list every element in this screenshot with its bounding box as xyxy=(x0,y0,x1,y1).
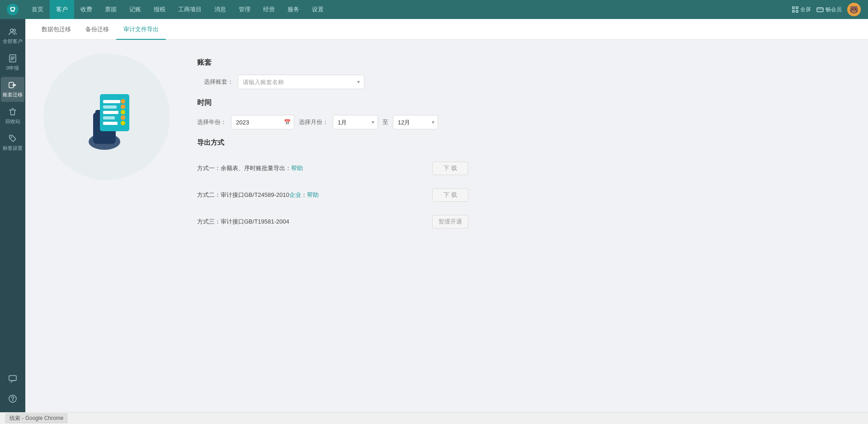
illustration-svg xyxy=(61,71,152,162)
svg-rect-4 xyxy=(793,10,794,12)
nav-accounting[interactable]: 记账 xyxy=(123,0,147,19)
sidebar-help-btn[interactable] xyxy=(1,391,24,407)
export-method-2-text: 方式二：审计接口GB/T24589-2010 xyxy=(197,191,289,198)
end-month-select[interactable]: 1月 2月 3月 4月 5月 6月 7月 8月 9月 10月 11月 xyxy=(393,115,438,129)
account-select-label: 选择账套： xyxy=(197,78,233,86)
fullscreen-label: 全屏 xyxy=(800,6,811,14)
sidebar-label-migration: 账套迁移 xyxy=(3,91,23,98)
svg-rect-3 xyxy=(796,7,798,9)
time-section-title: 时间 xyxy=(197,98,468,108)
sidebar-item-zero-declare[interactable]: 0申报 xyxy=(1,50,24,75)
month-label: 选择月份： xyxy=(299,118,328,126)
svg-point-30 xyxy=(121,121,125,125)
sidebar-item-account-migration[interactable]: 账套迁移 xyxy=(1,77,24,102)
svg-rect-24 xyxy=(103,116,115,119)
logo[interactable] xyxy=(5,1,21,18)
nav-operation[interactable]: 经营 xyxy=(257,0,281,19)
svg-point-7 xyxy=(10,29,13,32)
sidebar-item-tags[interactable]: 标签设置 xyxy=(1,130,24,155)
sidebar: 全部客户 0申报 账套迁移 回收站 xyxy=(0,19,25,412)
nav-right: 全屏 畅会员 🐻 xyxy=(792,3,868,16)
start-month-select[interactable]: 1月 2月 3月 4月 5月 6月 7月 8月 9月 10月 11月 xyxy=(333,115,378,129)
svg-point-1 xyxy=(11,8,14,10)
form-area: 账套 选择账套： 请输入账套名称 时间 选择年份： xyxy=(197,53,468,235)
svg-point-26 xyxy=(121,99,125,104)
vip-label: 畅会员 xyxy=(826,6,842,14)
export-method-1-help-link[interactable]: 帮助 xyxy=(291,165,303,172)
tab-backup-migration[interactable]: 备份迁移 xyxy=(78,20,116,40)
export-method-3-coming-btn: 暂缓开通 xyxy=(432,215,468,229)
nav-items: 首页 客户 收费 票据 记账 报税 工商项目 消息 管理 经营 服务 设置 xyxy=(25,0,792,19)
to-text: 至 xyxy=(382,118,388,126)
user-avatar[interactable]: 🐻 xyxy=(847,3,861,16)
svg-rect-25 xyxy=(103,122,118,125)
illustration-circle xyxy=(43,53,170,180)
export-method-1-text: 方式一：余额表、序时账批量导出： xyxy=(197,165,291,172)
tabs-bar: 数据包迁移 备份迁移 审计文件导出 xyxy=(25,19,868,40)
year-input-wrapper xyxy=(231,115,294,129)
nav-message[interactable]: 消息 xyxy=(208,0,232,19)
nav-billing[interactable]: 收费 xyxy=(74,0,99,19)
sidebar-label-zero-declare: 0申报 xyxy=(6,65,19,71)
nav-invoice[interactable]: 票据 xyxy=(99,0,123,19)
svg-point-27 xyxy=(121,105,125,109)
account-select-wrapper: 请输入账套名称 xyxy=(238,75,364,89)
export-method-1-download-btn[interactable]: 下 载 xyxy=(432,162,468,175)
nav-tax[interactable]: 报税 xyxy=(147,0,172,19)
svg-rect-12 xyxy=(9,376,16,381)
svg-rect-23 xyxy=(103,111,118,114)
nav-business[interactable]: 工商项目 xyxy=(172,0,208,19)
status-bar-label: 线索 - Google Chrome xyxy=(5,414,67,423)
page-content: 账套 选择账套： 请输入账套名称 时间 选择年份： xyxy=(25,40,868,412)
svg-point-11 xyxy=(11,137,12,138)
svg-point-8 xyxy=(14,29,16,32)
export-method-2-download-btn[interactable]: 下 载 xyxy=(432,188,468,202)
export-method-1-row: 方式一：余额表、序时账批量导出：帮助 下 载 xyxy=(197,155,468,182)
sidebar-feedback-btn[interactable] xyxy=(1,371,24,387)
account-section-title: 账套 xyxy=(197,58,468,67)
sidebar-bottom xyxy=(1,371,24,412)
status-bar: 线索 - Google Chrome xyxy=(0,412,868,424)
nav-management[interactable]: 管理 xyxy=(232,0,257,19)
time-row: 选择年份： 选择月份： 1月 2月 3月 4月 5月 xyxy=(197,115,468,129)
svg-rect-6 xyxy=(817,8,823,12)
vip-btn[interactable]: 畅会员 xyxy=(816,6,842,14)
export-method-1-desc: 方式一：余额表、序时账批量导出：帮助 xyxy=(197,164,303,172)
sidebar-item-recycle[interactable]: 回收站 xyxy=(1,104,24,129)
tab-audit-export[interactable]: 审计文件导出 xyxy=(116,20,166,40)
tab-data-migration[interactable]: 数据包迁移 xyxy=(34,20,78,40)
time-section: 时间 选择年份： 选择月份： 1月 2月 3月 4月 xyxy=(197,98,468,129)
illustration-area xyxy=(43,53,170,180)
main-layout: 全部客户 0申报 账套迁移 回收站 xyxy=(0,19,868,412)
fullscreen-btn[interactable]: 全屏 xyxy=(792,6,811,14)
nav-customer[interactable]: 客户 xyxy=(50,0,74,19)
year-input[interactable] xyxy=(231,115,294,129)
nav-service[interactable]: 服务 xyxy=(281,0,306,19)
svg-point-29 xyxy=(121,115,125,120)
start-month-wrapper: 1月 2月 3月 4月 5月 6月 7月 8月 9月 10月 11月 xyxy=(333,115,378,129)
sidebar-label-tags: 标签设置 xyxy=(3,145,23,152)
sidebar-item-all-customers[interactable]: 全部客户 xyxy=(1,24,24,48)
svg-rect-2 xyxy=(793,7,794,9)
nav-settings[interactable]: 设置 xyxy=(306,0,330,19)
export-method-2-company: 企业 xyxy=(289,191,301,198)
svg-rect-5 xyxy=(796,10,798,12)
nav-home[interactable]: 首页 xyxy=(25,0,50,19)
top-nav: 首页 客户 收费 票据 记账 报税 工商项目 消息 管理 经营 服务 设置 全屏 xyxy=(0,0,868,19)
account-select-row: 选择账套： 请输入账套名称 xyxy=(197,75,468,89)
export-method-3-desc: 方式三：审计接口GB/T19581-2004 xyxy=(197,218,289,226)
year-label: 选择年份： xyxy=(197,118,226,126)
export-method-2-desc: 方式二：审计接口GB/T24589-2010企业：帮助 xyxy=(197,191,319,199)
account-select[interactable]: 请输入账套名称 xyxy=(238,75,364,89)
sidebar-label-recycle: 回收站 xyxy=(5,118,20,125)
export-method-3-row: 方式三：审计接口GB/T19581-2004 暂缓开通 xyxy=(197,209,468,235)
content-area: 数据包迁移 备份迁移 审计文件导出 xyxy=(25,19,868,412)
svg-point-28 xyxy=(121,110,125,114)
svg-rect-22 xyxy=(103,105,117,109)
sidebar-label-customers: 全部客户 xyxy=(3,38,23,45)
svg-rect-21 xyxy=(103,100,120,103)
export-section-title: 导出方式 xyxy=(197,138,468,147)
export-method-2-row: 方式二：审计接口GB/T24589-2010企业：帮助 下 载 xyxy=(197,182,468,209)
end-month-wrapper: 1月 2月 3月 4月 5月 6月 7月 8月 9月 10月 11月 xyxy=(393,115,438,129)
export-method-2-help-link[interactable]: 帮助 xyxy=(307,191,319,198)
